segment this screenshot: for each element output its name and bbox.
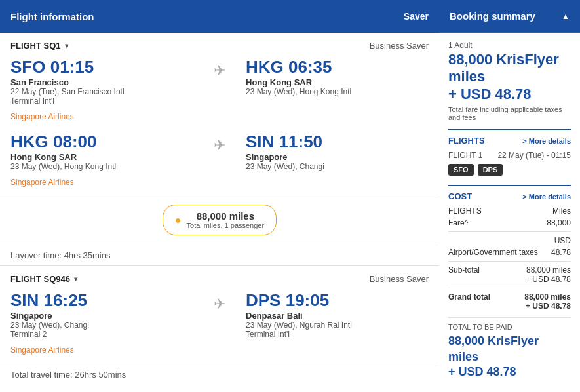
grand-total-label: Grand total — [448, 292, 490, 311]
dep-time-sin: SIN 16:25 — [10, 290, 193, 311]
arr-info-hkg: HKG 06:35 Hong Kong SAR 23 May (Wed), Ho… — [246, 57, 429, 96]
flight-sq946-section: FLIGHT SQ946 ▾ Business Saver SIN 16:25 … — [0, 266, 439, 363]
usd-header-row: USD — [448, 236, 571, 245]
dep-time-sfo: SFO 01:15 — [10, 57, 193, 77]
cost-flights-label: FLIGHTS — [448, 206, 482, 216]
arr-date-sin: 23 May (Wed), Changi — [246, 162, 429, 171]
airplane-icon-2: ✈ — [214, 137, 225, 154]
dep-city-sfo: San Francisco — [10, 77, 193, 87]
booking-summary-chevron[interactable]: ▲ — [562, 12, 570, 21]
arr-date-hkg: 23 May (Wed), Hong Kong Intl — [246, 87, 429, 96]
flight-sq1-label-row: FLIGHT SQ1 ▾ Business Saver — [10, 41, 429, 50]
dep-terminal-sfo: Terminal Int'l — [10, 96, 193, 106]
miles-dot-icon: ● — [175, 214, 182, 226]
miles-center-block: ● 88,000 miles Total miles, 1 passenger — [0, 195, 439, 245]
flight-sq1-text: FLIGHT SQ1 — [10, 41, 61, 50]
subtotal-row: Sub-total 88,000 miles + USD 48.78 — [448, 265, 571, 284]
left-panel: Flight information Saver FLIGHT SQ1 ▾ Bu… — [0, 0, 439, 392]
grand-total-row: Grand total 88,000 miles + USD 48.78 — [448, 292, 571, 311]
airline-link-sq946[interactable]: Singapore Airlines — [10, 345, 74, 355]
flight-sq1-label[interactable]: FLIGHT SQ1 ▾ — [10, 41, 68, 50]
airline-link-sq1[interactable]: Singapore Airlines — [10, 112, 74, 121]
route-badge-dps: DPS — [478, 164, 503, 176]
plane-icon-2: ✈ — [193, 132, 246, 154]
fare-miles: 88,000 — [547, 218, 571, 227]
route-sfo-hkg: SFO 01:15 San Francisco 22 May (Tue), Sa… — [10, 57, 429, 106]
flight-sq1-type: Business Saver — [370, 41, 429, 50]
airport-tax-value: 48.78 — [551, 248, 571, 257]
booking-summary-title: Booking summary — [450, 10, 535, 22]
arr-time-hkg: HKG 06:35 — [246, 57, 429, 77]
arr-info-sin: SIN 11:50 Singapore 23 May (Wed), Changi — [246, 132, 429, 171]
total-to-pay-value: 88,000 KrisFlyer miles + USD 48.78 — [448, 334, 571, 380]
flight1-detail-row: FLIGHT 1 22 May (Tue) - 01:15 — [448, 151, 571, 160]
subtotal-label: Sub-total — [448, 265, 480, 284]
flight-sq946-type: Business Saver — [370, 274, 429, 284]
dep-date-hkg: 23 May (Wed), Hong Kong Intl — [10, 162, 193, 171]
cost-more-details[interactable]: > More details — [522, 193, 571, 201]
adult-label: 1 Adult — [448, 41, 571, 50]
grand-total-values: 88,000 miles + USD 48.78 — [524, 292, 571, 311]
booking-summary-body: 1 Adult 88,000 KrisFlyer miles + USD 48.… — [439, 33, 580, 392]
layover-text: Layover time: 4hrs 35mins — [10, 250, 110, 260]
fare-label: Fare^ — [448, 218, 468, 227]
dep-info-sfo: SFO 01:15 San Francisco 22 May (Tue), Sa… — [10, 57, 193, 106]
dep-city-hkg: Hong Kong SAR — [10, 152, 193, 162]
miles-info: 88,000 miles Total miles, 1 passenger — [187, 210, 265, 229]
arr-terminal-dps: Terminal Int'l — [246, 330, 429, 339]
total-travel-text: Total travel time: 26hrs 50mins — [10, 370, 126, 380]
grand-total-usd: + USD 48.78 — [524, 302, 571, 311]
plane-icon-3: ✈ — [193, 290, 246, 313]
grand-total-miles: 88,000 miles — [524, 292, 571, 302]
route-badges: SFO DPS — [448, 164, 571, 176]
total-to-pay-line2: + USD 48.78 — [448, 364, 571, 380]
dep-date-sin: 23 May (Wed), Changi — [10, 321, 193, 330]
dep-city-sin: Singapore — [10, 311, 193, 321]
total-to-pay-line1: 88,000 KrisFlyer miles — [448, 334, 571, 364]
flight-sq946-text: FLIGHT SQ946 — [10, 274, 70, 284]
total-note: Total fare including applicable taxes an… — [448, 106, 571, 121]
miles-badge: ● 88,000 miles Total miles, 1 passenger — [163, 205, 277, 235]
total-miles-display: 88,000 KrisFlyer miles + USD 48.78 — [448, 51, 571, 103]
route-sin-dps: SIN 16:25 Singapore 23 May (Wed), Changi… — [10, 290, 429, 339]
flight-sq1-section: FLIGHT SQ1 ▾ Business Saver SFO 01:15 Sa… — [0, 33, 439, 195]
total-miles-line2: + USD 48.78 — [448, 86, 571, 103]
route-badge-sfo: SFO — [448, 164, 474, 176]
cost-section-title: COST > More details — [448, 185, 571, 201]
airplane-icon-3: ✈ — [214, 296, 225, 313]
plane-icon-1: ✈ — [193, 57, 246, 79]
subtotal-usd: + USD 48.78 — [526, 275, 571, 284]
arr-city-hkg: Hong Kong SAR — [246, 77, 429, 87]
subtotal-miles: 88,000 miles — [526, 265, 571, 275]
airport-tax-row: Airport/Government taxes 48.78 — [448, 248, 571, 257]
airport-tax-label: Airport/Government taxes — [448, 248, 538, 257]
flights-more-details[interactable]: > More details — [522, 137, 571, 145]
dep-date-sfo: 22 May (Tue), San Francisco Intl — [10, 87, 193, 96]
arr-date-dps: 23 May (Wed), Ngurah Rai Intl — [246, 321, 429, 330]
flight-sq1-chevron: ▾ — [65, 42, 68, 49]
total-to-pay-section: TOTAL TO BE PAID 88,000 KrisFlyer miles … — [448, 317, 571, 380]
flight-info-title: Flight information — [10, 11, 94, 22]
flights-label: FLIGHTS — [448, 136, 485, 146]
total-travel-row: Total travel time: 26hrs 50mins — [0, 363, 439, 386]
cost-divider-3 — [448, 288, 571, 288]
cost-label: COST — [448, 191, 472, 201]
cost-flights-row: FLIGHTS Miles — [448, 206, 571, 216]
arr-time-sin: SIN 11:50 — [246, 132, 429, 152]
arr-city-dps: Denpasar Bali — [246, 311, 429, 321]
arr-info-dps: DPS 19:05 Denpasar Bali 23 May (Wed), Ng… — [246, 290, 429, 339]
right-panel: Booking summary ▲ 1 Adult 88,000 KrisFly… — [439, 0, 580, 392]
miles-amount: 88,000 miles — [187, 210, 265, 222]
layover-row: Layover time: 4hrs 35mins — [0, 245, 439, 266]
total-to-pay-label: TOTAL TO BE PAID — [448, 323, 571, 331]
arr-city-sin: Singapore — [246, 152, 429, 162]
cost-miles-label: Miles — [552, 206, 571, 216]
usd-header: USD — [554, 236, 571, 245]
flight-sq946-label[interactable]: FLIGHT SQ946 ▾ — [10, 274, 77, 284]
miles-sub: Total miles, 1 passenger — [187, 222, 265, 229]
dep-info-sin: SIN 16:25 Singapore 23 May (Wed), Changi… — [10, 290, 193, 339]
dep-terminal-sin: Terminal 2 — [10, 330, 193, 339]
flight-info-header: Flight information Saver — [0, 0, 439, 33]
airline-link-sq1-seg2[interactable]: Singapore Airlines — [10, 178, 74, 187]
subtotal-values: 88,000 miles + USD 48.78 — [526, 265, 571, 284]
